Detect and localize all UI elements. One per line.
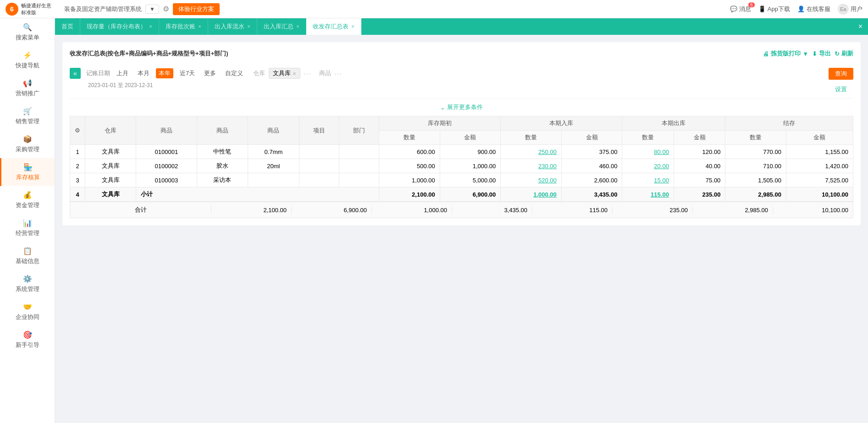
- date-btn-this-year[interactable]: 本年: [156, 68, 173, 78]
- sidebar-item-marketing[interactable]: 📢 营销推广: [0, 74, 55, 102]
- tab-inout-summary-close[interactable]: ×: [296, 23, 299, 30]
- tab-batch[interactable]: 库存批次账 ×: [159, 18, 208, 35]
- subtotal-out-qty-link[interactable]: 115.00: [651, 191, 669, 198]
- out-qty-link-2[interactable]: 20.00: [654, 163, 669, 170]
- goods-dots-button[interactable]: ···: [335, 70, 343, 77]
- tab-bar-close-button[interactable]: ×: [853, 22, 868, 31]
- td-no-1: 1: [70, 145, 85, 159]
- td-bal-qty-1: 770.00: [725, 145, 786, 159]
- td-code-1: 0100001: [136, 145, 197, 159]
- th-balance: 结存: [725, 116, 853, 131]
- trial-button[interactable]: 体验行业方案: [173, 3, 220, 15]
- tab-batch-close[interactable]: ×: [198, 23, 201, 30]
- export-button[interactable]: ⬇ 导出: [812, 49, 831, 58]
- tab-recv-send-summary-close[interactable]: ×: [351, 23, 354, 30]
- td-name-3: 采访本: [197, 173, 248, 187]
- warehouse-tag-text: 文具库: [273, 69, 291, 77]
- warehouse-dots-button[interactable]: ···: [304, 70, 312, 77]
- filter-row: 记账日期 上月 本月 本年 近7天 更多 自定义 仓库 文具库 ×: [86, 68, 343, 89]
- filter-toggle-button[interactable]: «: [70, 68, 81, 79]
- tab-bar: 首页 现存量（库存分布表） × 库存批次账 × 出入库流水 × 出入库汇总 × …: [55, 18, 868, 35]
- footer-total-label: 合计: [70, 206, 211, 214]
- td-subtotal-out-amt: 235.00: [674, 187, 725, 202]
- sidebar-label-basic: 基础信息: [16, 257, 39, 265]
- td-in-qty-3[interactable]: 520.00: [501, 173, 562, 187]
- td-subtotal-out-qty[interactable]: 115.00: [622, 187, 674, 202]
- sidebar-item-quick-nav[interactable]: ⚡ 快捷导航: [0, 46, 55, 74]
- td-out-qty-2[interactable]: 20.00: [622, 159, 674, 173]
- tab-inout-summary[interactable]: 出入库汇总 ×: [257, 18, 306, 35]
- td-spec-1: 0.7mm: [248, 145, 299, 159]
- sidebar-label-inventory: 库存核算: [16, 173, 40, 181]
- sidebar-item-cooperation[interactable]: 🤝 企业协同: [0, 298, 55, 326]
- tab-stock-dist-close[interactable]: ×: [149, 23, 152, 30]
- sidebar-label-search: 搜索菜单: [16, 33, 39, 42]
- out-qty-link-1[interactable]: 80.00: [654, 148, 669, 155]
- td-in-qty-1[interactable]: 250.00: [501, 145, 562, 159]
- online-service-item[interactable]: 👤 在线客服: [797, 5, 830, 13]
- date-btn-more[interactable]: 更多: [201, 68, 219, 78]
- refresh-label: 刷新: [841, 49, 853, 58]
- sidebar-item-finance[interactable]: 💰 资金管理: [0, 186, 55, 214]
- td-out-amt-2: 40.00: [674, 159, 725, 173]
- date-btn-custom[interactable]: 自定义: [222, 68, 246, 78]
- td-out-qty-1[interactable]: 80.00: [622, 145, 674, 159]
- print-button[interactable]: 🖨 拣货版打印 ▼: [763, 49, 808, 58]
- tab-inout-flow[interactable]: 出入库流水 ×: [208, 18, 257, 35]
- date-btn-last-month[interactable]: 上月: [114, 68, 131, 78]
- export-label: 导出: [819, 49, 831, 58]
- td-no-2: 2: [70, 159, 85, 173]
- sidebar-item-basic[interactable]: 📋 基础信息: [0, 242, 55, 270]
- system-select[interactable]: ▼: [145, 5, 159, 14]
- tab-recv-send-summary[interactable]: 收发存汇总表 ×: [306, 18, 361, 35]
- tab-inout-summary-label: 出入库汇总: [264, 22, 293, 31]
- in-qty-link-3[interactable]: 520.00: [538, 177, 557, 184]
- filter-row-top: 记账日期 上月 本月 本年 近7天 更多 自定义 仓库 文具库 ×: [86, 68, 343, 79]
- td-in-qty-2[interactable]: 230.00: [501, 159, 562, 173]
- td-subtotal-in-qty[interactable]: 1,000.00: [501, 187, 562, 202]
- sidebar-item-purchase[interactable]: 📦 采购管理: [0, 130, 55, 158]
- tab-stock-dist[interactable]: 现存量（库存分布表） ×: [80, 18, 159, 35]
- subtotal-in-qty-link[interactable]: 1,000.00: [533, 191, 557, 198]
- td-out-qty-3[interactable]: 15.00: [622, 173, 674, 187]
- message-item[interactable]: 💬 消息 6: [730, 5, 751, 13]
- tab-inout-flow-close[interactable]: ×: [247, 23, 250, 30]
- tab-home[interactable]: 首页: [55, 18, 80, 35]
- td-subtotal-in-amt: 3,435.00: [561, 187, 622, 202]
- td-subtotal-bal-qty: 2,985.00: [725, 187, 786, 202]
- th-dept: 部门: [339, 116, 379, 145]
- th-bal-amt: 金额: [786, 131, 853, 145]
- th-project: 项目: [299, 116, 339, 145]
- footer-out-qty: 115.00: [532, 207, 613, 214]
- date-btn-this-month[interactable]: 本月: [135, 68, 152, 78]
- out-qty-link-3[interactable]: 15.00: [654, 177, 669, 184]
- th-in-amt: 金额: [561, 131, 622, 145]
- warehouse-tag-close-icon[interactable]: ×: [293, 70, 296, 77]
- sidebar-item-operations[interactable]: 📊 经营管理: [0, 214, 55, 242]
- date-btn-last-7[interactable]: 近7天: [177, 68, 198, 78]
- in-qty-link-1[interactable]: 250.00: [538, 148, 557, 155]
- page-title-text: 收发存汇总表(按仓库+商品编码+商品+规格型号+项目+部门): [70, 49, 228, 58]
- sidebar-item-system[interactable]: ⚙️ 系统管理: [0, 270, 55, 298]
- message-badge: 6: [748, 2, 755, 7]
- sidebar-label-finance: 资金管理: [16, 201, 39, 209]
- app-download-item[interactable]: 📱 App下载: [758, 5, 790, 13]
- sidebar-item-search[interactable]: 🔍 搜索菜单: [0, 18, 55, 46]
- td-init-qty-3: 1,000.00: [379, 173, 440, 187]
- date-range-text: 2023-01-01 至 2023-12-31: [88, 82, 153, 89]
- sidebar-item-inventory[interactable]: 🏪 库存核算: [0, 158, 55, 186]
- query-button[interactable]: 查询: [829, 68, 853, 80]
- sidebar-item-sales[interactable]: 🛒 销售管理: [0, 102, 55, 130]
- settings-icon[interactable]: ⚙: [163, 5, 169, 13]
- tab-stock-dist-label: 现存量（库存分布表）: [87, 22, 146, 31]
- main-layout: 🔍 搜索菜单 ⚡ 快捷导航 📢 营销推广 🛒 销售管理 📦 采购管理 🏪 库存核…: [0, 18, 868, 423]
- expand-more-button[interactable]: ⌄ 展开更多条件: [440, 103, 483, 111]
- settings-link[interactable]: 设置: [835, 85, 847, 93]
- sidebar: 🔍 搜索菜单 ⚡ 快捷导航 📢 营销推广 🛒 销售管理 📦 采购管理 🏪 库存核…: [0, 18, 55, 423]
- user-item[interactable]: Ea 用户: [838, 4, 862, 15]
- title-actions: 🖨 拣货版打印 ▼ ⬇ 导出 ↻ 刷新: [763, 49, 853, 58]
- refresh-button[interactable]: ↻ 刷新: [835, 49, 853, 58]
- sidebar-item-guide[interactable]: 🎯 新手引导: [0, 326, 55, 354]
- warehouse-tag[interactable]: 文具库 ×: [269, 68, 300, 79]
- in-qty-link-2[interactable]: 230.00: [538, 163, 557, 170]
